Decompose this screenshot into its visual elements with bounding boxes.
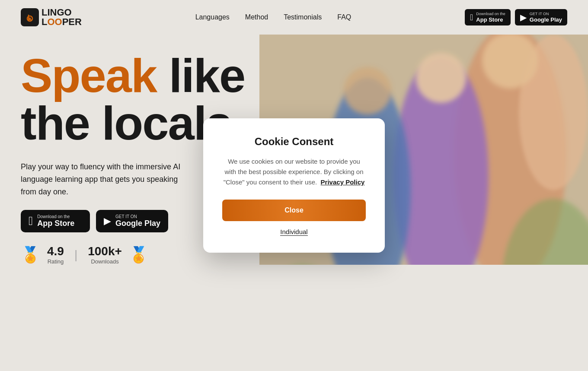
modal-backdrop: Cookie Consent We use cookies on our web… [0, 0, 588, 371]
modal-close-button[interactable]: Close [222, 200, 366, 221]
modal-individual-text: Individual [280, 228, 307, 236]
modal-individual-link[interactable]: Individual [222, 228, 366, 235]
modal-body: We use cookies on our website to provide… [222, 156, 366, 187]
modal-title: Cookie Consent [222, 136, 366, 148]
privacy-policy-link[interactable]: Privacy Policy [321, 178, 365, 186]
cookie-consent-modal: Cookie Consent We use cookies on our web… [203, 118, 385, 253]
